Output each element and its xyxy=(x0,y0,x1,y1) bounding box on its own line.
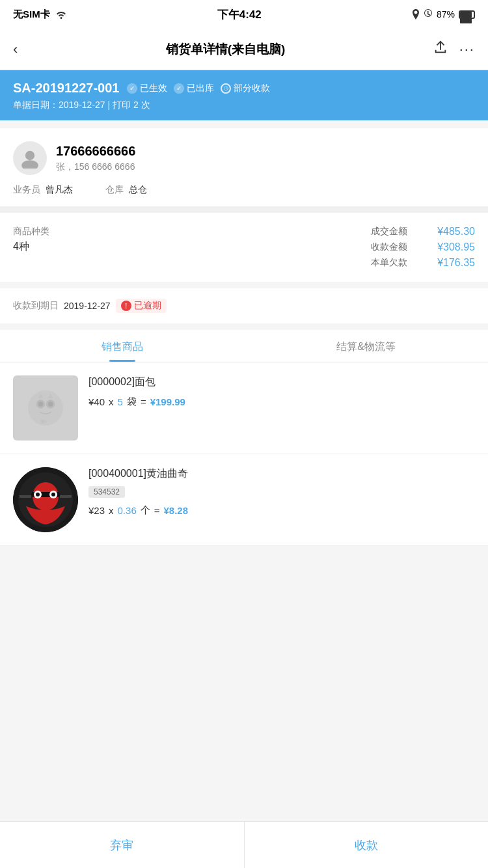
price-eq-2: = xyxy=(154,505,160,516)
product-name-1: [0000002]面包 xyxy=(88,375,475,389)
owl-icon: 管+ xyxy=(26,388,65,427)
share-button[interactable] xyxy=(433,40,448,58)
product-details-1: [0000002]面包 ¥40 x 5 袋 = ¥199.99 xyxy=(88,375,475,408)
nav-actions: ··· xyxy=(433,40,475,58)
overdue-badge: ! 已逾期 xyxy=(116,299,167,313)
product-image-1: 管+ xyxy=(13,375,78,441)
badge-effective: ✓ 已生效 xyxy=(127,83,167,94)
badge-partial: ◷ 部分收款 xyxy=(221,83,270,94)
status-right: 87% xyxy=(412,9,475,20)
order-header: SA-20191227-001 ✓ 已生效 ✓ 已出库 ◷ 部分收款 单据日期：… xyxy=(0,70,488,120)
battery-percent: 87% xyxy=(437,9,455,20)
status-time: 下午4:42 xyxy=(217,7,262,22)
status-signal: 无SIM卡 xyxy=(13,8,67,21)
warehouse-value: 总仓 xyxy=(129,184,147,196)
product-item: 管+ [0000002]面包 ¥40 x 5 袋 = ¥199.99 xyxy=(0,362,488,454)
sales-label: 业务员 xyxy=(13,184,40,196)
price-multiplier-2: x xyxy=(109,505,114,516)
warehouse-label: 仓库 xyxy=(105,184,124,196)
price-base-2: ¥23 xyxy=(88,505,105,516)
customer-contact: 张，156 6666 6666 xyxy=(56,161,135,173)
warehouse-meta: 仓库 总仓 xyxy=(105,184,147,196)
product-price-row-2: ¥23 x 0.36 个 = ¥8.28 xyxy=(88,504,475,517)
price-total-2: ¥8.28 xyxy=(164,505,189,516)
svg-point-5 xyxy=(38,401,44,407)
tab-sales-products[interactable]: 销售商品 xyxy=(0,330,244,362)
received-label: 收款金额 xyxy=(371,241,410,253)
price-multiplier-1: x xyxy=(109,396,114,407)
sales-value: 曾凡杰 xyxy=(46,184,73,196)
price-unit-1: 袋 xyxy=(127,396,137,408)
signal-text: 无SIM卡 xyxy=(13,8,50,21)
tabs-section: 销售商品 结算&物流等 xyxy=(0,330,488,362)
svg-point-6 xyxy=(48,401,53,407)
bottom-bar: 弃审 收款 xyxy=(0,821,488,868)
alarm-icon xyxy=(424,9,433,20)
due-date-section: 收款到期日 2019-12-27 ! 已逾期 xyxy=(0,288,488,323)
cancel-audit-button[interactable]: 弃审 xyxy=(0,822,245,868)
overdue-icon: ! xyxy=(121,301,131,311)
product-price-row-1: ¥40 x 5 袋 = ¥199.99 xyxy=(88,396,475,408)
more-button[interactable]: ··· xyxy=(459,41,475,58)
product-name-2: [000400001]黄油曲奇 xyxy=(88,467,475,481)
received-amount-row: 收款金额 ¥308.95 xyxy=(371,241,475,253)
deal-amount-value: ¥485.30 xyxy=(423,226,475,237)
price-eq-1: = xyxy=(141,396,146,407)
order-date-info: 单据日期：2019-12-27 | 打印 2 次 xyxy=(13,100,475,111)
avatar-icon xyxy=(20,148,40,169)
svg-point-14 xyxy=(36,493,40,496)
ninja-icon xyxy=(13,467,78,532)
order-id: SA-20191227-001 xyxy=(13,81,119,96)
back-button[interactable]: ‹ xyxy=(13,41,18,58)
product-details-2: [000400001]黄油曲奇 534532 ¥23 x 0.36 个 = ¥8… xyxy=(88,467,475,517)
deal-amount-row: 成交金额 ¥485.30 xyxy=(371,226,475,237)
due-label: 收款到期日 xyxy=(13,300,59,312)
check-icon-2: ✓ xyxy=(174,83,184,94)
customer-section: 17666666666 张，156 6666 6666 业务员 曾凡杰 仓库 总… xyxy=(0,128,488,206)
status-bar: 无SIM卡 下午4:42 87% xyxy=(0,0,488,29)
owed-value: ¥176.35 xyxy=(423,257,475,269)
kinds-value: 4种 xyxy=(13,240,49,254)
owed-amount-row: 本单欠款 ¥176.35 xyxy=(371,257,475,269)
customer-id: 17666666666 xyxy=(56,144,135,159)
owed-label: 本单欠款 xyxy=(371,257,410,269)
received-value: ¥308.95 xyxy=(423,241,475,253)
sales-meta: 业务员 曾凡杰 xyxy=(13,184,73,196)
check-icon-1: ✓ xyxy=(127,83,137,94)
stats-section: 商品种类 4种 成交金额 ¥485.30 收款金额 ¥308.95 本单欠款 ¥… xyxy=(0,213,488,282)
clock-icon: ◷ xyxy=(221,83,231,94)
due-date-value: 2019-12-27 xyxy=(64,301,111,311)
wifi-icon xyxy=(55,10,67,19)
collect-payment-button[interactable]: 收款 xyxy=(245,822,489,868)
location-icon xyxy=(412,9,420,20)
price-base-1: ¥40 xyxy=(88,396,105,407)
tab-underline xyxy=(109,360,135,362)
price-qty-1: 5 xyxy=(118,396,123,407)
product-image-2 xyxy=(13,467,78,532)
divider-1 xyxy=(0,206,488,213)
tab-settlement[interactable]: 结算&物流等 xyxy=(244,330,488,362)
product-list: 管+ [0000002]面包 ¥40 x 5 袋 = ¥199.99 xyxy=(0,362,488,546)
svg-point-15 xyxy=(51,493,55,496)
kinds-label: 商品种类 xyxy=(13,226,49,237)
customer-avatar xyxy=(13,141,47,175)
svg-text:管+: 管+ xyxy=(41,420,47,424)
battery-icon xyxy=(459,10,475,19)
svg-point-0 xyxy=(25,151,34,160)
price-qty-2: 0.36 xyxy=(118,505,137,516)
price-total-1: ¥199.99 xyxy=(150,396,185,407)
overdue-text: 已逾期 xyxy=(134,300,161,312)
nav-bar: ‹ 销货单详情(来自电脑) ··· xyxy=(0,29,488,70)
product-sku-2: 534532 xyxy=(88,486,125,498)
price-unit-2: 个 xyxy=(141,504,150,517)
deal-amount-label: 成交金额 xyxy=(371,226,410,237)
status-badges: ✓ 已生效 ✓ 已出库 ◷ 部分收款 xyxy=(127,83,270,94)
badge-shipped: ✓ 已出库 xyxy=(174,83,214,94)
page-title: 销货单详情(来自电脑) xyxy=(166,41,286,58)
svg-point-1 xyxy=(21,160,38,169)
product-item-2: [000400001]黄油曲奇 534532 ¥23 x 0.36 个 = ¥8… xyxy=(0,454,488,546)
